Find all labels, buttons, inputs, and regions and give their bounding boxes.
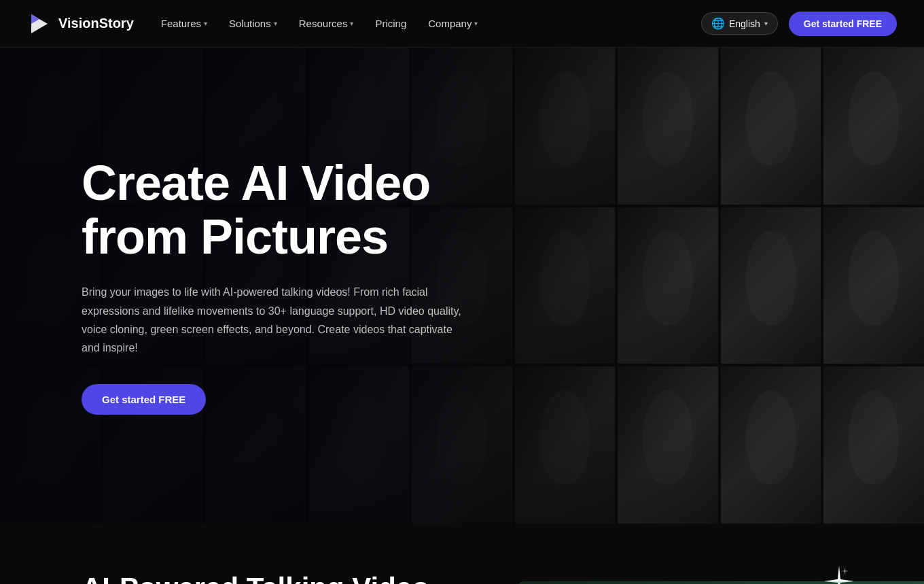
nav-item-features[interactable]: Features ▾: [161, 18, 207, 29]
logo-link[interactable]: VisionStory: [27, 12, 134, 36]
nav-link-solutions[interactable]: Solutions ▾: [229, 18, 277, 29]
section-title-wrap: AI-Powered Talking Video: [82, 571, 429, 584]
nav-link-pricing[interactable]: Pricing: [375, 18, 406, 29]
brand-name: VisionStory: [58, 16, 134, 31]
nav-item-resources[interactable]: Resources ▾: [299, 18, 354, 29]
hero-title: Create AI Video from Pictures: [82, 156, 462, 264]
nav-link-resources[interactable]: Resources ▾: [299, 18, 354, 29]
nav-links: Features ▾ Solutions ▾ Resources ▾ Prici…: [161, 18, 478, 29]
nav-item-company[interactable]: Company ▾: [428, 18, 478, 29]
language-selector[interactable]: 🌐 English ▾: [701, 12, 778, 35]
language-label: English: [729, 18, 760, 29]
nav-link-features[interactable]: Features ▾: [161, 18, 207, 29]
preview-strip: [516, 581, 924, 584]
nav-left: VisionStory Features ▾ Solutions ▾ Resou…: [27, 12, 478, 36]
nav-link-company[interactable]: Company ▾: [428, 18, 478, 29]
nav-cta-button[interactable]: Get started FREE: [789, 12, 897, 36]
hero-section: Create AI Video from Pictures Bring your…: [0, 48, 924, 523]
hero-content: Create AI Video from Pictures Bring your…: [0, 156, 462, 415]
navbar: VisionStory Features ▾ Solutions ▾ Resou…: [0, 0, 924, 48]
chevron-down-icon: ▾: [474, 20, 478, 27]
nav-item-solutions[interactable]: Solutions ▾: [229, 18, 277, 29]
hero-description: Bring your images to life with AI-powere…: [82, 283, 462, 357]
globe-icon: 🌐: [711, 17, 725, 30]
section-title: AI-Powered Talking Video: [82, 571, 429, 584]
nav-item-pricing[interactable]: Pricing: [375, 18, 406, 29]
chevron-down-icon: ▾: [204, 20, 207, 27]
hero-cta-button[interactable]: Get started FREE: [82, 384, 206, 415]
chevron-down-icon: ▾: [274, 20, 277, 27]
nav-right: 🌐 English ▾ Get started FREE: [701, 12, 897, 36]
logo-icon: [27, 12, 52, 36]
chevron-down-icon: ▾: [350, 20, 353, 27]
chevron-down-icon: ▾: [764, 20, 768, 27]
bottom-section: AI-Powered Talking Video: [0, 523, 924, 584]
